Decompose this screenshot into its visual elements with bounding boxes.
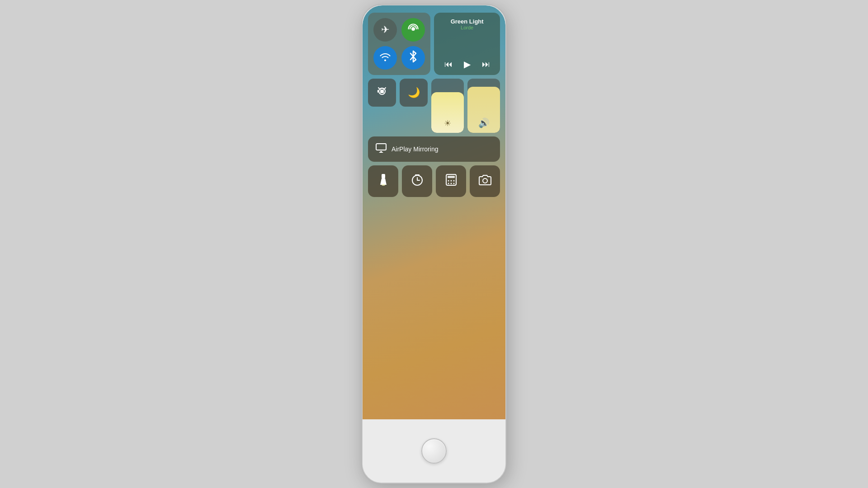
phone-screen: ✈ [363, 5, 505, 419]
svg-rect-8 [448, 176, 455, 178]
airplay-icon [375, 143, 387, 155]
camera-icon [478, 174, 492, 188]
wifi-button[interactable] [373, 46, 397, 70]
brightness-icon: ☀ [444, 118, 451, 128]
flashlight-icon [378, 173, 388, 189]
music-panel[interactable]: Green Light Lorde ⏮ ▶ ⏭ [434, 13, 500, 75]
svg-point-11 [453, 180, 454, 182]
top-row: ✈ [368, 13, 500, 75]
music-artist: Lorde [439, 25, 495, 30]
svg-rect-4 [382, 174, 385, 178]
airplane-icon: ✈ [381, 24, 389, 36]
rotation-lock-button[interactable] [368, 79, 396, 107]
sliders-area: ☀ 🔊 [431, 79, 500, 133]
cellular-button[interactable] [401, 18, 425, 42]
play-button[interactable]: ▶ [464, 59, 471, 70]
svg-point-15 [483, 178, 487, 183]
svg-point-5 [382, 184, 385, 186]
flashlight-button[interactable] [368, 165, 398, 197]
bluetooth-button[interactable] [401, 46, 425, 70]
do-not-disturb-icon: 🌙 [408, 87, 420, 99]
brightness-slider[interactable]: ☀ [431, 79, 464, 133]
volume-slider[interactable]: 🔊 [467, 79, 500, 133]
music-controls: ⏮ ▶ ⏭ [439, 59, 495, 70]
svg-point-14 [453, 183, 454, 184]
timer-button[interactable] [402, 165, 432, 197]
phone-device: ✈ [362, 5, 506, 483]
svg-rect-2 [380, 90, 384, 93]
control-center: ✈ [368, 5, 500, 419]
rotation-lock-icon [376, 85, 388, 100]
app-shortcuts-row [368, 165, 500, 197]
wifi-icon [379, 52, 391, 64]
home-button[interactable] [421, 438, 447, 464]
airplay-label: AirPlay Mirroring [392, 145, 438, 153]
calculator-icon [445, 174, 457, 189]
bluetooth-icon [408, 50, 418, 66]
svg-rect-3 [376, 144, 386, 150]
airplane-mode-button[interactable]: ✈ [373, 18, 397, 42]
timer-icon [411, 174, 424, 189]
airplay-mirroring-button[interactable]: AirPlay Mirroring [368, 136, 500, 162]
svg-point-10 [450, 180, 452, 182]
cellular-icon [407, 23, 420, 38]
volume-icon: 🔊 [478, 117, 490, 128]
phone-bottom-bar [363, 419, 505, 483]
connectivity-panel: ✈ [368, 13, 430, 75]
fast-forward-button[interactable]: ⏭ [482, 60, 490, 69]
music-title: Green Light [439, 18, 495, 25]
utilities-sliders-row: 🌙 ☀ 🔊 [368, 79, 500, 133]
utilities-left: 🌙 [368, 79, 428, 133]
svg-point-12 [448, 183, 449, 184]
svg-point-13 [450, 183, 452, 184]
svg-point-9 [448, 180, 449, 182]
rewind-button[interactable]: ⏮ [444, 60, 453, 69]
calculator-button[interactable] [436, 165, 466, 197]
do-not-disturb-button[interactable]: 🌙 [400, 79, 428, 107]
svg-point-0 [411, 27, 415, 31]
camera-button[interactable] [470, 165, 500, 197]
